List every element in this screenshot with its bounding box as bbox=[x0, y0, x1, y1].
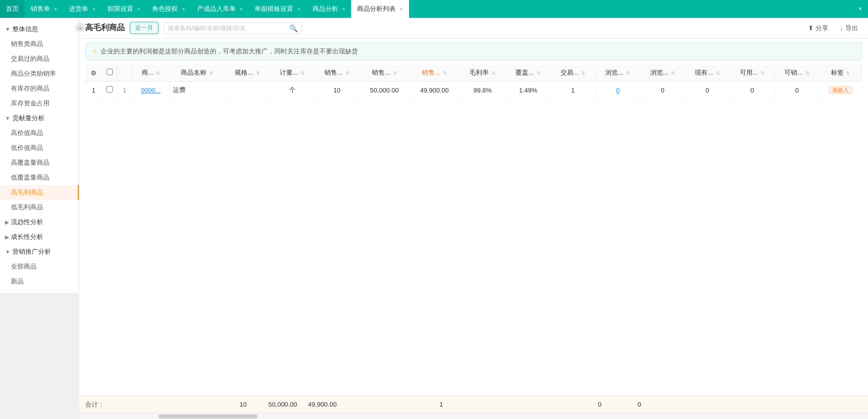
nav-tab-analysis-list[interactable]: 商品分析列表 × bbox=[351, 0, 408, 18]
search-input[interactable] bbox=[168, 25, 289, 32]
footer-transaction: 1 bbox=[421, 401, 461, 408]
nav-tab-role-close[interactable]: × bbox=[182, 6, 185, 12]
chevron-right-icon-2: ▶ bbox=[5, 234, 9, 240]
footer-sellable: 0 bbox=[619, 401, 659, 408]
th-unit[interactable]: 计量... ⇅ bbox=[270, 64, 314, 82]
sidebar-section-overall-label: 整体信息 bbox=[12, 25, 38, 34]
content-area: 高毛利商品 近一月 🔍 ⬆ 分享 ↓ 导出 ✧ 企业的主要的利润都是这部分商品创… bbox=[79, 18, 868, 419]
th-tag[interactable]: 标签 ⇅ bbox=[819, 64, 862, 82]
nav-tab-sales[interactable]: 销售单 × bbox=[25, 0, 63, 18]
sidebar-section-contribution[interactable]: ▼ 贡献量分析 bbox=[0, 111, 79, 126]
sidebar-section-overall[interactable]: ▼ 整体信息 bbox=[0, 22, 79, 37]
th-code[interactable]: 商... ⇅ bbox=[132, 64, 169, 82]
sidebar-section-growth-label: 成长性分析 bbox=[11, 233, 43, 241]
td-tag: 高收入 bbox=[819, 82, 862, 99]
nav-tab-inbound-close[interactable]: × bbox=[240, 6, 243, 12]
nav-tab-role-label: 角色授权 bbox=[152, 4, 178, 13]
sidebar-item-low-margin[interactable]: 低毛利商品 bbox=[0, 200, 79, 215]
sidebar-collapse-button[interactable]: « bbox=[75, 23, 85, 33]
nav-tab-purchase[interactable]: 进货单 × bbox=[63, 0, 101, 18]
nav-tab-template-label: 单据模板设置 bbox=[255, 4, 293, 13]
th-sales-qty[interactable]: 销售... ⇅ bbox=[314, 64, 359, 82]
th-coverage[interactable]: 覆盖... ⇅ bbox=[506, 64, 550, 82]
nav-tab-inbound[interactable]: 产成品入库单 × bbox=[191, 0, 249, 18]
sidebar-section-growth[interactable]: ▶ 成长性分析 bbox=[0, 230, 79, 244]
sidebar-item-all-goods[interactable]: 全部商品 bbox=[0, 259, 79, 274]
nav-tab-purchase-close[interactable]: × bbox=[92, 6, 95, 12]
row-checkbox[interactable] bbox=[106, 86, 113, 93]
th-current-stock[interactable]: 现有... ⇅ bbox=[685, 64, 729, 82]
chevron-down-icon-2: ▼ bbox=[5, 115, 10, 121]
collapse-icon: « bbox=[78, 24, 82, 32]
sidebar-item-high-margin[interactable]: 高毛利商品 bbox=[0, 185, 79, 200]
th-name[interactable]: 商品名称 ⇅ bbox=[169, 64, 225, 82]
sidebar-item-high-value[interactable]: 高价值商品 bbox=[0, 126, 79, 140]
footer-sales-profit: 49,900.00 bbox=[303, 401, 342, 408]
td-sales-amount: 50,000.00 bbox=[359, 82, 409, 99]
page-title: 高毛利商品 bbox=[85, 23, 125, 33]
td-sales-qty: 10 bbox=[314, 82, 359, 99]
filter-recent-month-button[interactable]: 近一月 bbox=[130, 22, 158, 34]
nav-tab-home-label: 首页 bbox=[6, 4, 19, 13]
th-sales-amount[interactable]: 销售... ⇅ bbox=[359, 64, 409, 82]
table-container: ⚙ 商... ⇅ 商品名称 ⇅ 规格... ⇅ 计量... ⇅ 销售... ⇅ … bbox=[79, 64, 868, 395]
td-browse1[interactable]: 0 bbox=[595, 82, 640, 99]
search-icon[interactable]: 🔍 bbox=[289, 24, 298, 32]
nav-tab-template-close[interactable]: × bbox=[297, 6, 300, 12]
nav-tab-sales-close[interactable]: × bbox=[54, 6, 57, 12]
sidebar-item-traded-goods[interactable]: 交易过的商品 bbox=[0, 51, 79, 66]
sidebar-item-stock-goods[interactable]: 有库存的商品 bbox=[0, 81, 79, 96]
th-sellable[interactable]: 可销... ⇅ bbox=[774, 64, 819, 82]
th-browse2[interactable]: 浏览... ⇅ bbox=[640, 64, 685, 82]
info-banner-text: 企业的主要的利润都是这部分商品创造的，可考虑加大推广，同时关注库存是不要出现缺货 bbox=[101, 47, 358, 56]
sidebar-item-high-coverage[interactable]: 高覆盖量商品 bbox=[0, 155, 79, 170]
sidebar-item-category-rate[interactable]: 商品分类助销率 bbox=[0, 66, 79, 81]
th-settings[interactable]: ⚙ bbox=[85, 64, 102, 82]
footer-label: 合计： bbox=[85, 400, 104, 409]
nav-tab-analysis[interactable]: 商品分析 × bbox=[306, 0, 351, 18]
td-browse2: 0 bbox=[640, 82, 685, 99]
chevron-down-icon-3: ▼ bbox=[5, 249, 10, 255]
nav-tab-permission[interactable]: 权限设置 × bbox=[102, 0, 146, 18]
th-spec[interactable]: 规格... ⇅ bbox=[225, 64, 269, 82]
horizontal-scrollbar[interactable] bbox=[79, 413, 868, 419]
th-transaction[interactable]: 交易... ⇅ bbox=[551, 64, 595, 82]
th-gross-rate[interactable]: 毛利率 ⇅ bbox=[460, 64, 506, 82]
close-window-button[interactable]: × bbox=[852, 0, 868, 18]
td-unit: 个 bbox=[270, 82, 314, 99]
share-icon: ⬆ bbox=[808, 24, 814, 32]
export-button[interactable]: ↓ 导出 bbox=[836, 22, 863, 34]
th-browse1[interactable]: 浏览... ⇅ bbox=[595, 64, 640, 82]
header-actions: ⬆ 分享 ↓ 导出 bbox=[804, 22, 863, 34]
main-container: ▼ 整体信息 销售类商品 交易过的商品 商品分类助销率 有库存的商品 库存资金占… bbox=[0, 18, 868, 419]
sidebar-section-marketing[interactable]: ▼ 营销推广分析 bbox=[0, 244, 79, 259]
nav-tab-permission-close[interactable]: × bbox=[137, 6, 140, 12]
td-sales-profit: 49,900.00 bbox=[409, 82, 460, 99]
select-all-checkbox[interactable] bbox=[106, 69, 113, 75]
sidebar-item-low-value[interactable]: 低价值商品 bbox=[0, 140, 79, 155]
nav-tab-inbound-label: 产成品入库单 bbox=[197, 4, 236, 13]
td-index: 1 bbox=[117, 82, 132, 99]
data-table: ⚙ 商... ⇅ 商品名称 ⇅ 规格... ⇅ 计量... ⇅ 销售... ⇅ … bbox=[85, 64, 862, 99]
nav-tab-analysis-close[interactable]: × bbox=[342, 6, 345, 12]
nav-tab-home[interactable]: 首页 bbox=[0, 0, 25, 18]
sidebar-section-trend[interactable]: ▶ 流趋性分析 bbox=[0, 215, 79, 230]
sidebar-item-low-coverage[interactable]: 低覆盖量商品 bbox=[0, 170, 79, 185]
scrollbar-thumb[interactable] bbox=[158, 415, 257, 419]
nav-tab-purchase-label: 进货单 bbox=[69, 4, 88, 13]
sidebar-wrapper: ▼ 整体信息 销售类商品 交易过的商品 商品分类助销率 有库存的商品 库存资金占… bbox=[0, 18, 79, 419]
search-box: 🔍 bbox=[163, 22, 302, 34]
share-button[interactable]: ⬆ 分享 bbox=[804, 22, 832, 34]
sidebar-item-stock-capital[interactable]: 库存资金占用 bbox=[0, 96, 79, 111]
nav-tab-role[interactable]: 角色授权 × bbox=[146, 0, 191, 18]
nav-tab-analysis-list-close[interactable]: × bbox=[400, 6, 403, 12]
th-sales-profit[interactable]: 销售... ⇅ bbox=[409, 64, 460, 82]
sidebar-item-sales-goods[interactable]: 销售类商品 bbox=[0, 37, 79, 51]
th-available[interactable]: 可用... ⇅ bbox=[730, 64, 774, 82]
sidebar-item-new-goods[interactable]: 新品 bbox=[0, 274, 79, 289]
table-header-row: ⚙ 商... ⇅ 商品名称 ⇅ 规格... ⇅ 计量... ⇅ 销售... ⇅ … bbox=[85, 64, 862, 82]
nav-tab-template[interactable]: 单据模板设置 × bbox=[249, 0, 306, 18]
td-checkbox[interactable] bbox=[102, 82, 117, 99]
tag-badge: 高收入 bbox=[829, 86, 852, 94]
td-code[interactable]: 0000... bbox=[132, 82, 169, 99]
